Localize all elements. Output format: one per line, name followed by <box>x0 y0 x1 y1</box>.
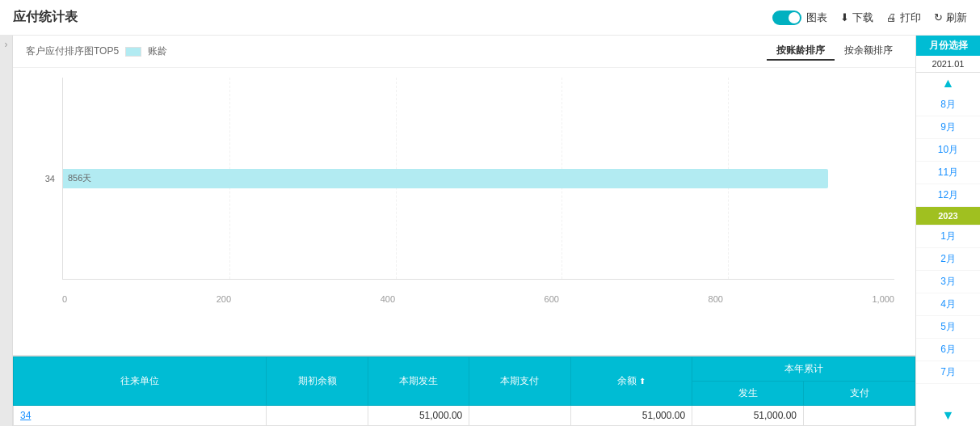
x-label-0: 0 <box>62 294 67 304</box>
table-header-row: 往来单位 期初余额 本期发生 本期支付 余额 ⬆ 本年累计 <box>14 357 915 382</box>
chart-controls: 客户应付排序图TOP5 账龄 按账龄排序 按余额排序 <box>13 36 915 68</box>
refresh-icon: ↻ <box>934 11 943 23</box>
chart-legend: 客户应付排序图TOP5 账龄 <box>26 44 167 58</box>
table-area: 往来单位 期初余额 本期发生 本期支付 余额 ⬆ 本年累计 发生 <box>13 355 915 426</box>
x-label-600: 600 <box>545 294 559 304</box>
th-col6: 本年累计 <box>692 357 915 382</box>
th-col4: 本期支付 <box>469 357 570 406</box>
chart-x-labels: 0 200 400 600 800 1,000 <box>62 294 894 304</box>
refresh-button[interactable]: ↻ 刷新 <box>934 11 967 25</box>
legend-box <box>125 47 141 57</box>
sidebar-months: 8月 9月 10月 11月 12月 2023 1月 2月 3月 4月 5月 6月… <box>916 94 980 405</box>
month-7[interactable]: 7月 <box>916 361 980 384</box>
td-col6-sub2 <box>804 406 915 426</box>
bar-row-1: 34 856天 <box>63 169 894 188</box>
month-3[interactable]: 3月 <box>916 271 980 293</box>
toggle-label: 图表 <box>806 11 827 25</box>
x-label-200: 200 <box>217 294 231 304</box>
month-8[interactable]: 8月 <box>916 94 980 116</box>
print-button[interactable]: 🖨 打印 <box>886 11 921 25</box>
th-col1: 往来单位 <box>14 357 267 406</box>
chart-plot: 34 856天 <box>62 78 894 280</box>
bar-chart: 34 856天 0 200 400 600 800 1,000 <box>13 68 915 355</box>
legend-box-label: 账龄 <box>148 44 167 58</box>
td-col2 <box>267 406 368 426</box>
chart-sort-buttons: 按账龄排序 按余额排序 <box>767 42 902 61</box>
chevron-down-icon: ▼ <box>942 408 955 423</box>
year-2023-badge[interactable]: 2023 <box>916 207 980 226</box>
x-label-1000: 1,000 <box>872 294 894 304</box>
legend-label: 客户应付排序图TOP5 <box>26 44 119 58</box>
month-11[interactable]: 11月 <box>916 162 980 184</box>
td-col4 <box>469 406 570 426</box>
chart-inner: 34 856天 0 200 400 600 800 1,000 <box>26 78 902 304</box>
right-sidebar: 月份选择 ▲ 8月 9月 10月 11月 12月 2023 1月 2月 3月 4… <box>915 36 980 426</box>
sidebar-title: 月份选择 <box>916 36 980 56</box>
x-label-800: 800 <box>709 294 723 304</box>
td-col1[interactable]: 34 <box>14 406 267 426</box>
month-4[interactable]: 4月 <box>916 293 980 316</box>
th-col5: 余额 ⬆ <box>570 357 692 406</box>
th-col3: 本期发生 <box>368 357 469 406</box>
month-12[interactable]: 12月 <box>916 184 980 207</box>
bar-end-label: 856天 <box>68 172 91 184</box>
month-1[interactable]: 1月 <box>916 226 980 248</box>
td-col3: 51,000.00 <box>368 406 469 426</box>
sort-by-balance-button[interactable]: 按余额排序 <box>835 42 902 61</box>
bar-fill <box>63 169 828 188</box>
sort-by-amount-button[interactable]: 按账龄排序 <box>767 42 835 61</box>
print-icon: 🖨 <box>886 11 897 23</box>
month-5[interactable]: 5月 <box>916 316 980 339</box>
sidebar-down-button[interactable]: ▼ <box>916 405 980 426</box>
chart-toggle[interactable] <box>772 11 801 25</box>
data-table: 往来单位 期初余额 本期发生 本期支付 余额 ⬆ 本年累计 发生 <box>13 356 915 426</box>
month-2[interactable]: 2月 <box>916 248 980 271</box>
download-button[interactable]: ⬇ 下载 <box>840 11 873 25</box>
chevron-right-icon: › <box>5 39 8 50</box>
month-6[interactable]: 6月 <box>916 339 980 361</box>
td-col6-sub1: 51,000.00 <box>692 406 804 426</box>
th-col2: 期初余额 <box>267 357 368 406</box>
download-icon: ⬇ <box>840 11 849 23</box>
chart-toggle-group: 图表 <box>772 11 827 25</box>
th-col6-sub2: 支付 <box>804 382 915 406</box>
table-row: 34 51,000.00 51,000.00 51,000.00 <box>14 406 915 426</box>
month-10[interactable]: 10月 <box>916 139 980 162</box>
bar-y-label: 34 <box>23 174 55 183</box>
month-9[interactable]: 9月 <box>916 116 980 139</box>
header-actions: 图表 ⬇ 下载 🖨 打印 ↻ 刷新 <box>772 11 967 25</box>
sidebar-date-input[interactable] <box>916 56 980 73</box>
collapse-button[interactable]: › <box>0 36 13 426</box>
chevron-up-icon: ▲ <box>942 76 955 91</box>
sort-icon: ⬆ <box>639 377 646 386</box>
page-title: 应付统计表 <box>13 9 78 26</box>
x-label-400: 400 <box>381 294 395 304</box>
sidebar-up-button[interactable]: ▲ <box>916 73 980 94</box>
td-col5: 51,000.00 <box>570 406 692 426</box>
th-col6-sub1: 发生 <box>692 382 804 406</box>
